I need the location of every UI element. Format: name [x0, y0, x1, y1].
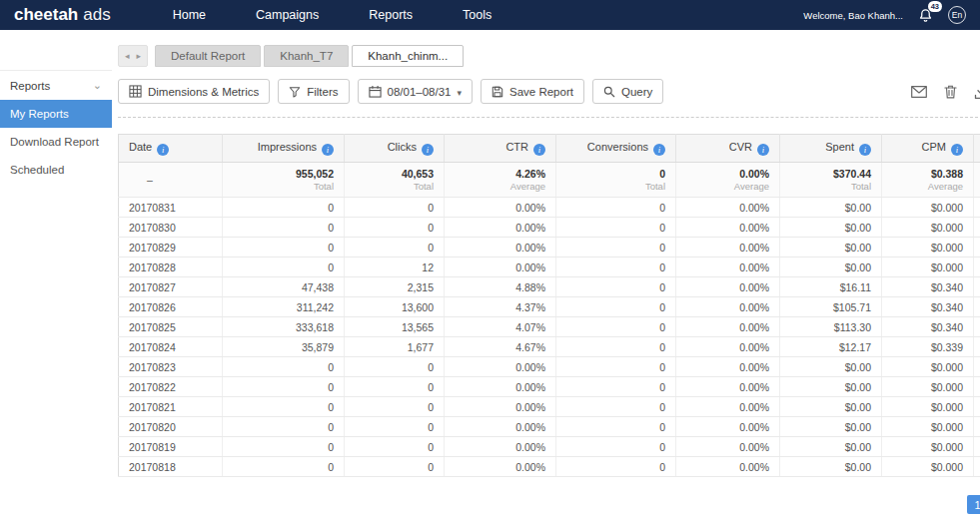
- column-header-clicks[interactable]: Clicksi: [345, 135, 445, 163]
- scrollbar-gutter-cell[interactable]: [974, 163, 980, 198]
- info-icon[interactable]: i: [653, 144, 665, 156]
- nav-item-campaigns[interactable]: Campaigns: [256, 8, 319, 22]
- column-header-ctr[interactable]: CTRi: [445, 135, 556, 163]
- value-cell: 0.00%: [445, 357, 556, 377]
- value-cell: 0.00%: [676, 377, 780, 397]
- scrollbar-gutter-header: [974, 135, 980, 163]
- value-cell: 0: [556, 317, 676, 337]
- sidebar-item-my-reports[interactable]: My Reports: [0, 100, 112, 128]
- column-header-cpm[interactable]: CPMi: [882, 135, 974, 163]
- nav-item-tools[interactable]: Tools: [463, 8, 491, 22]
- column-header-spent[interactable]: Spenti: [780, 135, 882, 163]
- value-cell: $16.11: [780, 277, 882, 297]
- toolbar-right-icons: [911, 85, 980, 99]
- date-range-button[interactable]: 08/01–08/31: [358, 79, 473, 104]
- value-cell: 0.00%: [676, 337, 780, 357]
- value-cell: 0: [223, 457, 345, 477]
- info-icon[interactable]: i: [951, 144, 963, 156]
- value-cell: 0.00%: [676, 317, 780, 337]
- value-cell: 1,677: [345, 337, 445, 357]
- delete-report-button[interactable]: [944, 85, 957, 99]
- scrollbar-gutter-cell[interactable]: [974, 297, 980, 317]
- sidebar-section-label: Reports: [10, 80, 50, 92]
- column-header-date[interactable]: Datei: [119, 135, 223, 163]
- value-cell: $0.340: [882, 277, 974, 297]
- info-icon[interactable]: i: [157, 144, 169, 156]
- total-value: 0: [566, 168, 665, 180]
- total-date-cell: –: [119, 163, 223, 198]
- scrollbar-gutter-cell[interactable]: [974, 437, 980, 457]
- scrollbar-gutter-cell[interactable]: [974, 417, 980, 437]
- filters-button[interactable]: Filters: [278, 79, 349, 104]
- column-label: CTR: [505, 141, 528, 153]
- scrollbar-gutter-cell[interactable]: [974, 357, 980, 377]
- date-cell: 20170822: [119, 377, 223, 397]
- value-cell: 4.07%: [445, 317, 556, 337]
- nav-item-reports[interactable]: Reports: [369, 8, 413, 22]
- value-cell: 0.00%: [445, 238, 556, 258]
- pagination-page-1[interactable]: 1: [967, 495, 980, 514]
- email-report-button[interactable]: [911, 86, 927, 98]
- total-sublabel: Total: [233, 181, 334, 192]
- value-cell: $0.00: [780, 218, 882, 238]
- value-cell: $12.17: [780, 337, 882, 357]
- tab-scroll-left-icon[interactable]: [125, 51, 130, 61]
- value-cell: 4.88%: [445, 277, 556, 297]
- table-header-row: DateiImpressionsiClicksiCTRiConversionsi…: [119, 135, 980, 163]
- notifications-button[interactable]: 43: [918, 8, 933, 23]
- scrollbar-gutter-cell[interactable]: [974, 377, 980, 397]
- info-icon[interactable]: i: [322, 144, 334, 156]
- value-cell: 0: [223, 258, 345, 277]
- total-value: $0.388: [892, 168, 963, 180]
- scrollbar-gutter-cell[interactable]: [974, 317, 980, 337]
- top-navbar: cheetahads Home Campaigns Reports Tools …: [0, 0, 980, 30]
- sidebar-item-download-report[interactable]: Download Report: [0, 128, 112, 156]
- scrollbar-gutter-cell[interactable]: [974, 218, 980, 238]
- nav-item-home[interactable]: Home: [173, 8, 206, 22]
- scrollbar-gutter-cell[interactable]: [974, 198, 980, 218]
- value-cell: $113.30: [780, 317, 882, 337]
- column-header-cvr[interactable]: CVRi: [676, 135, 780, 163]
- filter-funnel-icon: [289, 86, 301, 98]
- value-cell: 0.00%: [445, 218, 556, 238]
- brand-logo[interactable]: cheetahads: [14, 5, 111, 25]
- value-cell: 47,438: [223, 277, 345, 297]
- table-row: 20170823000.00%00.00%$0.00$0.000: [119, 357, 980, 377]
- value-cell: 0: [345, 397, 445, 417]
- download-report-button[interactable]: [974, 85, 980, 99]
- value-cell: 0: [345, 377, 445, 397]
- tab-khanh-t7[interactable]: Khanh_T7: [264, 45, 349, 67]
- scrollbar-gutter-cell[interactable]: [974, 258, 980, 277]
- info-icon[interactable]: i: [859, 144, 871, 156]
- info-icon[interactable]: i: [422, 144, 434, 156]
- tab-khanh-chinm[interactable]: Khanh_chinm...: [352, 45, 464, 67]
- total-value: 955,052: [233, 168, 334, 180]
- info-icon[interactable]: i: [757, 144, 769, 156]
- language-button[interactable]: En: [948, 6, 966, 24]
- welcome-text[interactable]: Welcome, Bao Khanh...: [803, 10, 903, 21]
- tab-default-report[interactable]: Default Report: [155, 45, 261, 67]
- sidebar-item-scheduled[interactable]: Scheduled: [0, 156, 112, 184]
- scrollbar-gutter-cell[interactable]: [974, 337, 980, 357]
- info-icon[interactable]: i: [533, 144, 545, 156]
- report-table: DateiImpressionsiClicksiCTRiConversionsi…: [118, 134, 980, 477]
- tab-scroll-right-icon[interactable]: [137, 51, 142, 61]
- value-cell: 0.00%: [445, 258, 556, 277]
- value-cell: 0: [556, 337, 676, 357]
- value-cell: 0: [345, 198, 445, 218]
- value-cell: $0.000: [882, 218, 974, 238]
- sidebar-section-reports[interactable]: Reports: [0, 70, 112, 100]
- column-header-impressions[interactable]: Impressionsi: [223, 135, 345, 163]
- scrollbar-gutter-cell[interactable]: [974, 277, 980, 297]
- value-cell: 12: [345, 258, 445, 277]
- save-report-button[interactable]: Save Report: [481, 79, 584, 104]
- dimensions-metrics-button[interactable]: Dimensions & Metrics: [118, 79, 270, 104]
- column-header-conversions[interactable]: Conversionsi: [556, 135, 676, 163]
- scrollbar-gutter-cell[interactable]: [974, 397, 980, 417]
- chevron-down-icon: [93, 79, 102, 92]
- scrollbar-gutter-cell[interactable]: [974, 238, 980, 258]
- value-cell: 0: [556, 297, 676, 317]
- table-total-row: –955,052Total40,653Total4.26%Average0Tot…: [119, 163, 980, 198]
- scrollbar-gutter-cell[interactable]: [974, 457, 980, 477]
- query-button[interactable]: Query: [592, 79, 663, 104]
